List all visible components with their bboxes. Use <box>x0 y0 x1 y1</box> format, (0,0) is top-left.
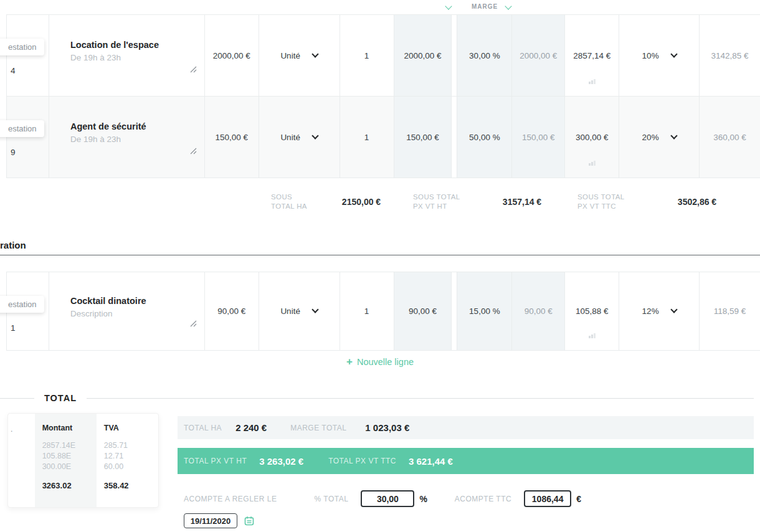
new-line-label: Nouvelle ligne <box>357 357 414 367</box>
acompte-row: ACOMPTE A REGLER LE % TOTAL % ACOMPTE TT… <box>178 490 754 507</box>
item-title[interactable]: Cocktail dinatoire <box>70 296 146 306</box>
quantity-cell[interactable]: 1 <box>340 272 394 350</box>
total-heading-label: TOTAL <box>44 393 77 403</box>
acompte-label: ACOMPTE A REGLER LE <box>184 495 277 503</box>
total-px-vt-ht-value: 3 263,02 € <box>259 456 303 467</box>
montant-total: 3263.02 <box>42 481 97 490</box>
unit-select[interactable]: Unité <box>259 97 340 178</box>
description-cell[interactable]: Cocktail dinatoire Description <box>49 272 205 350</box>
tva-total: 358.42 <box>104 481 158 490</box>
px-vt-ht-value: 105,88 € <box>576 306 609 316</box>
quantity-cell[interactable]: 1 <box>340 15 394 96</box>
total-ha-value: 2 240 € <box>235 422 267 433</box>
tva-line: 60.00 <box>104 462 158 472</box>
tva-select[interactable]: 10% <box>619 15 700 96</box>
item-title[interactable]: Location de l'espace <box>70 40 159 50</box>
currency-unit: € <box>576 494 581 504</box>
prestation-type-select[interactable]: estation <box>0 120 44 137</box>
unit-value: Unité <box>280 133 300 142</box>
column-divider <box>452 272 457 350</box>
pct-total-input[interactable] <box>361 490 414 507</box>
item-title[interactable]: Agent de sécurité <box>70 121 146 131</box>
prestation-number[interactable]: 4 <box>11 66 16 75</box>
prestation-number[interactable]: 9 <box>11 148 16 157</box>
prestation-type-select[interactable]: estation <box>0 39 44 55</box>
new-line-button[interactable]: + Nouvelle ligne <box>0 356 760 367</box>
tva-value: 10% <box>642 51 659 60</box>
chevron-down-icon <box>670 50 677 57</box>
mini-chart-icon <box>588 77 596 86</box>
px-vt-ht-unit-cell: 150,00 € <box>512 97 565 178</box>
price-ha-cell[interactable]: 90,00 € <box>205 272 259 350</box>
resize-handle-icon[interactable] <box>190 318 197 325</box>
item-description[interactable]: De 19h à 23h <box>70 135 121 144</box>
vat-tva-column: TVA 285.71 12.71 60.00 358.42 <box>97 414 158 507</box>
prestation-cell: estation 1 <box>7 272 49 350</box>
description-cell[interactable]: Location de l'espace De 19h à 23h <box>49 15 205 96</box>
subtotal-px-vt-ttc-value: 3502,86 € <box>666 197 728 207</box>
resize-handle-icon[interactable] <box>190 146 197 153</box>
table-row: estation 1 Cocktail dinatoire Descriptio… <box>6 272 760 351</box>
mini-chart-icon <box>588 158 596 168</box>
vat-montant-column: Montant 2857.14E 105.88E 300.00E 3263.02 <box>35 414 97 507</box>
acompte-ttc-input[interactable] <box>524 490 571 507</box>
total-ha-cell: 90,00 € <box>394 272 452 350</box>
table-header-strip: MARGE <box>0 0 760 14</box>
items-table-group-1: estation 4 Location de l'espace De 19h à… <box>6 14 760 178</box>
px-vt-ht-cell[interactable]: 300,00 € <box>565 97 619 178</box>
total-ha-bar: TOTAL HA 2 240 € MARGE TOTAL 1 023,03 € <box>178 416 754 439</box>
total-ha-label: TOTAL HA <box>184 424 222 432</box>
marge-cell[interactable]: 15,00 % <box>457 272 512 350</box>
total-ha-cell: 150,00 € <box>394 97 452 178</box>
divider-line <box>87 398 754 399</box>
quote-editor-screen: MARGE estation 4 Location de l'espace De… <box>0 0 760 532</box>
quantity-cell[interactable]: 1 <box>340 97 394 178</box>
calendar-icon[interactable] <box>244 516 254 526</box>
px-vt-ttc-cell: 3142,85 € <box>700 15 760 96</box>
description-cell[interactable]: Agent de sécurité De 19h à 23h <box>49 97 205 178</box>
prestation-number[interactable]: 1 <box>11 323 16 333</box>
acompte-date-input[interactable] <box>184 513 237 528</box>
subtotal-px-vt-ht-label: SOUS TOTAL PX VT HT <box>413 192 464 211</box>
tva-select[interactable]: 20% <box>619 97 700 178</box>
marge-column-header: MARGE <box>457 3 512 10</box>
total-ha-cell: 2000,00 € <box>394 15 452 96</box>
marge-total-value: 1 023,03 € <box>365 422 409 433</box>
resize-handle-icon[interactable] <box>190 64 197 71</box>
sort-chevron-icon[interactable] <box>445 2 452 9</box>
unit-select[interactable]: Unité <box>259 15 340 96</box>
px-vt-ht-value: 300,00 € <box>576 133 609 142</box>
acompte-date-row <box>178 513 754 528</box>
total-px-vt-ttc-value: 3 621,44 € <box>409 456 453 467</box>
unit-select[interactable]: Unité <box>259 272 340 350</box>
price-ha-cell[interactable]: 150,00 € <box>205 97 259 178</box>
marge-total-label: MARGE TOTAL <box>290 424 346 432</box>
subtotal-row: SOUS TOTAL HA 2150,00 € SOUS TOTAL PX VT… <box>0 178 760 225</box>
subtotal-ha-value: 2150,00 € <box>327 197 396 207</box>
marge-cell[interactable]: 50,00 % <box>457 97 512 178</box>
unit-value: Unité <box>280 306 300 316</box>
items-table-group-2: estation 1 Cocktail dinatoire Descriptio… <box>6 272 760 351</box>
tva-value: 20% <box>642 133 659 142</box>
column-divider <box>452 97 457 178</box>
pct-unit: % <box>419 494 427 504</box>
price-ha-cell[interactable]: 2000,00 € <box>205 15 259 96</box>
pct-total-label: % TOTAL <box>315 495 349 503</box>
tva-select[interactable]: 12% <box>619 272 700 350</box>
prestation-cell: estation 9 <box>7 97 49 178</box>
px-vt-ttc-cell: 360,00 € <box>700 97 760 178</box>
montant-line: 2857.14E <box>42 440 97 451</box>
item-description[interactable]: De 19h à 23h <box>70 53 121 62</box>
px-vt-ht-cell[interactable]: 2857,14 € <box>565 15 619 96</box>
px-vt-ht-unit-cell: 2000,00 € <box>512 15 565 96</box>
prestation-type-select[interactable]: estation <box>0 296 44 313</box>
chevron-down-icon <box>311 306 318 313</box>
marge-cell[interactable]: 30,00 % <box>457 15 512 96</box>
item-description[interactable]: Description <box>70 309 113 318</box>
total-area: . Montant 2857.14E 105.88E 300.00E 3263.… <box>0 413 760 528</box>
prestation-cell: estation 4 <box>7 15 49 96</box>
px-vt-ttc-cell: 118,59 € <box>700 272 760 350</box>
mini-chart-icon <box>588 331 596 340</box>
px-vt-ht-cell[interactable]: 105,88 € <box>565 272 619 350</box>
chevron-down-icon <box>311 132 318 139</box>
